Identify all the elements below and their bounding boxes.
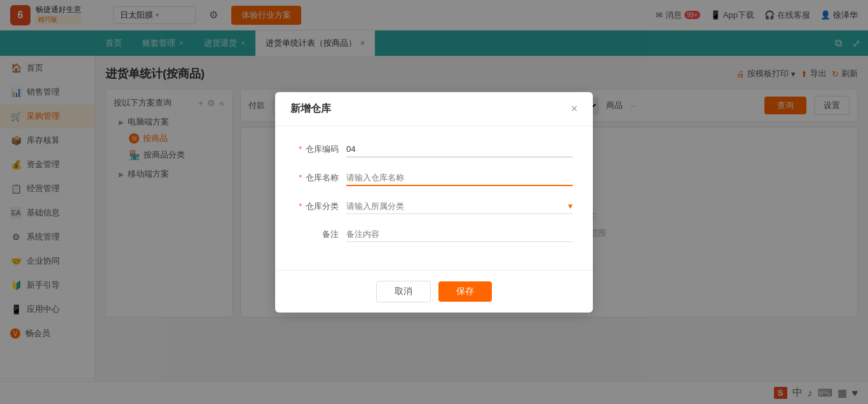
cancel-button[interactable]: 取消 [376, 281, 431, 302]
form-row-name: * 仓库名称 [295, 170, 573, 186]
name-label: * 仓库名称 [295, 172, 346, 184]
form-row-category: * 仓库分类 ▾ [295, 199, 573, 214]
warehouse-name-input[interactable] [346, 170, 573, 186]
modal-close-icon[interactable]: × [571, 102, 578, 116]
form-row-note: 备注 [295, 227, 573, 242]
category-select-wrapper: ▾ [346, 199, 573, 214]
modal-overlay[interactable]: 新增仓库 × * 仓库编码 * 仓库名称 [0, 0, 868, 404]
save-button[interactable]: 保存 [438, 281, 492, 302]
note-label: 备注 [295, 229, 346, 240]
warehouse-code-input[interactable] [346, 142, 573, 158]
modal-body: * 仓库编码 * 仓库名称 * 仓库分类 [275, 126, 593, 270]
add-warehouse-modal: 新增仓库 × * 仓库编码 * 仓库名称 [275, 92, 593, 313]
modal-header: 新增仓库 × [275, 92, 593, 126]
modal-footer: 取消 保存 [275, 270, 593, 313]
code-label: * 仓库编码 [295, 144, 346, 155]
category-select-input[interactable] [346, 199, 568, 213]
category-label: * 仓库分类 [295, 201, 346, 212]
form-row-code: * 仓库编码 [295, 142, 573, 158]
modal-title: 新增仓库 [290, 102, 331, 116]
chevron-down-icon[interactable]: ▾ [568, 201, 573, 211]
note-input[interactable] [346, 227, 573, 242]
